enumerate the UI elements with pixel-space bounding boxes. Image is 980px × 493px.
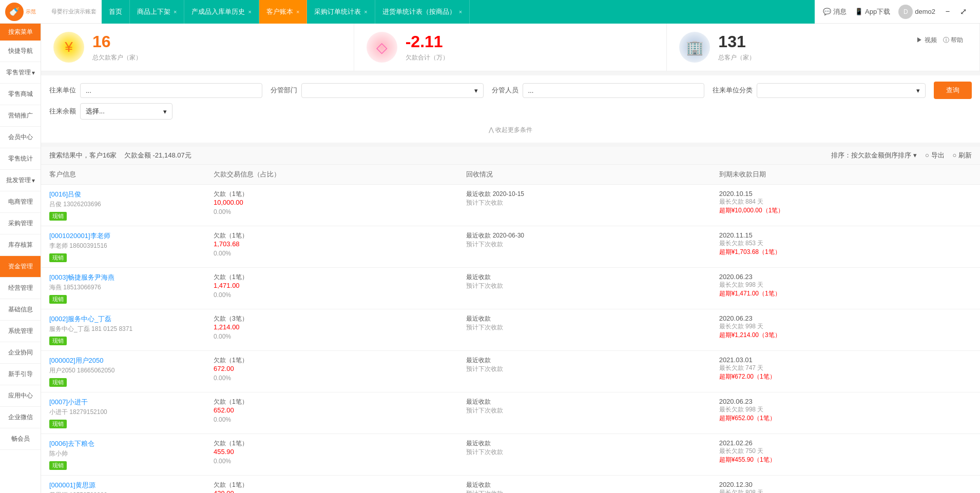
close-icon[interactable]: × xyxy=(364,9,367,15)
max-overdue: 最长欠款 998 天 xyxy=(719,281,972,289)
query-button[interactable]: 查询 xyxy=(934,82,972,99)
help-button[interactable]: ⓘ 帮助 xyxy=(943,36,963,45)
customer-name-link[interactable]: [0016]吕俊 xyxy=(49,190,81,198)
overdue-detail[interactable]: 超期¥1,703.68（1笔） xyxy=(719,248,972,257)
due-date: 2020.11.15 xyxy=(719,231,972,239)
sidebar-wholesale-label: 批发管理 xyxy=(6,176,31,185)
export-button[interactable]: ○ 导出 xyxy=(925,151,944,160)
collapse-icon: ⋀ xyxy=(489,126,494,133)
sidebar-item-quick-nav[interactable]: 快捷导航 xyxy=(0,41,41,62)
debt-info-cell: 欠款（1笔） 429.00 0.00% xyxy=(214,481,466,493)
customer-name-link[interactable]: [000001]黄思源 xyxy=(49,481,95,489)
customer-name-link[interactable]: [0002]服务中心_丁磊 xyxy=(49,315,111,323)
department-select[interactable]: ▾ xyxy=(301,83,484,98)
source-unit-type-select[interactable]: ▾ xyxy=(757,83,926,98)
result-debt-summary: 欠款金额 -21,148.07元 xyxy=(124,151,191,159)
debt-amount-value: -2.11 xyxy=(406,32,449,51)
recovery-cell: 最近收款 预计下次收款 xyxy=(466,314,719,332)
latest-collection: 最近收款 2020-10-15 xyxy=(466,190,719,199)
customer-name-link[interactable]: [0003]畅捷服务尹海燕 xyxy=(49,273,114,281)
overdue-detail[interactable]: 超期¥1,471.00（1笔） xyxy=(719,289,972,298)
overdue-detail[interactable]: 超期¥10,000.00（1笔） xyxy=(719,206,972,215)
result-customers-summary: 搜索结果中，客户16家 xyxy=(49,151,117,159)
debt-amount: 652.00 xyxy=(214,406,466,414)
message-button[interactable]: 💬 消息 xyxy=(823,7,847,16)
overdue-detail[interactable]: 超期¥455.90（1笔） xyxy=(719,456,972,464)
view-video-button[interactable]: ▶ 视频 xyxy=(916,36,936,45)
sidebar-item-finance[interactable]: 资金管理 xyxy=(0,256,41,278)
tab-home[interactable]: 首页 xyxy=(102,0,130,24)
next-collection: 预计下次收款 xyxy=(466,323,719,332)
filter-department-label: 分管部门 xyxy=(271,86,297,95)
minimize-button[interactable]: － xyxy=(944,6,952,17)
app-download-button[interactable]: 📱 App下载 xyxy=(855,7,890,16)
tab-production-history[interactable]: 产成品入库单历史 × xyxy=(184,0,259,24)
overdue-detail[interactable]: 超期¥672.00（1笔） xyxy=(719,372,972,381)
filter-remaining-label: 往来余额 xyxy=(49,107,76,116)
collapse-bar[interactable]: ⋀ 收起更多条件 xyxy=(49,124,972,136)
customer-phone: 小进干 18279152100 xyxy=(49,408,214,417)
sidebar-item-ecommerce[interactable]: 电商管理 xyxy=(0,191,41,213)
table-row: [0003]畅捷服务尹海燕 海燕 18513066976 现销 欠款（1笔） 1… xyxy=(41,268,980,309)
close-icon[interactable]: × xyxy=(174,9,177,15)
sidebar-item-retail-mall[interactable]: 零售商城 xyxy=(0,84,41,105)
tab-product-listing[interactable]: 商品上下架 × xyxy=(130,0,184,24)
sidebar-item-wholesale[interactable]: 批发管理 ▾ xyxy=(0,170,41,191)
table-row: [0007]小进干 小进干 18279152100 现销 欠款（1笔） 652.… xyxy=(41,392,980,434)
maximize-button[interactable]: ⤢ xyxy=(960,7,967,16)
filter-source-unit-type: 往来单位分类 ▾ xyxy=(713,83,926,98)
recovery-cell: 最近收款 2020-10-15 预计下次收款 xyxy=(466,190,719,207)
source-unit-input[interactable]: ... xyxy=(80,83,262,98)
sidebar-item-enterprise-wechat[interactable]: 企业微信 xyxy=(0,407,41,428)
sidebar-item-newbie-guide[interactable]: 新手引导 xyxy=(0,364,41,385)
remaining-select[interactable]: 选择... ▾ xyxy=(80,103,172,120)
help-label: 帮助 xyxy=(951,36,963,44)
username-label: demo2 xyxy=(915,8,935,15)
manager-input[interactable]: ... xyxy=(523,83,705,98)
search-menu-button[interactable]: 搜索菜单 xyxy=(0,24,41,41)
table-row: [0002]服务中心_丁磊 服务中心_丁磊 181 0125 8371 现销 欠… xyxy=(41,309,980,351)
sidebar-item-chang-member[interactable]: 畅会员 xyxy=(0,428,41,450)
sidebar-item-marketing[interactable]: 营销推广 xyxy=(0,105,41,127)
sidebar-item-enterprise-collab[interactable]: 企业协同 xyxy=(0,342,41,364)
refresh-button[interactable]: ○ 刷新 xyxy=(953,151,972,160)
customer-name-link[interactable]: [0006]去下粮仓 xyxy=(49,440,94,447)
debt-count: 欠款（1笔） xyxy=(214,481,466,489)
overdue-detail[interactable]: 超期¥652.00（1笔） xyxy=(719,414,972,423)
sidebar-item-basic-info[interactable]: 基础信息 xyxy=(0,299,41,321)
tab-purchase-stats-by-product[interactable]: 进货单统计表（按商品） × xyxy=(375,0,470,24)
export-label: 导出 xyxy=(931,151,945,159)
sidebar-item-operations[interactable]: 经营管理 xyxy=(0,278,41,299)
due-date: 2020.06.23 xyxy=(719,273,972,281)
customer-name-link[interactable]: [0001020001]李老师 xyxy=(49,232,110,240)
close-icon[interactable]: × xyxy=(296,9,299,15)
result-summary: 搜索结果中，客户16家 欠款金额 -21,148.07元 xyxy=(49,151,191,160)
customer-name-link[interactable]: [0007]小进干 xyxy=(49,398,88,406)
stat-card-total-customers: 🏢 131 总客户（家） ▶ 视频 ⓘ 帮助 xyxy=(667,24,980,71)
result-actions: 排序：按欠款金额倒序排序 ▾ ○ 导出 ○ 刷新 xyxy=(831,151,972,160)
debt-count: 欠款（1笔） xyxy=(214,398,466,406)
sidebar-item-purchase[interactable]: 采购管理 xyxy=(0,213,41,234)
close-icon[interactable]: × xyxy=(459,9,462,15)
app-logo: 🍼 xyxy=(5,3,24,21)
sidebar-item-app-center[interactable]: 应用中心 xyxy=(0,385,41,407)
sidebar-item-system[interactable]: 系统管理 xyxy=(0,321,41,342)
sidebar-item-retail-management[interactable]: 零售管理 ▾ xyxy=(0,62,41,84)
debt-count: 欠款（1笔） xyxy=(214,356,466,365)
debt-count: 欠款（3笔） xyxy=(214,314,466,323)
user-menu[interactable]: D demo2 xyxy=(898,5,935,19)
close-icon[interactable]: × xyxy=(248,9,251,15)
customer-name-link[interactable]: [000002]用户2050 xyxy=(49,357,104,364)
sidebar-item-retail-stats[interactable]: 零售统计 xyxy=(0,148,41,170)
sort-label[interactable]: 排序：按欠款金额倒序排序 ▾ xyxy=(831,151,917,160)
sidebar-item-member-center[interactable]: 会员中心 xyxy=(0,127,41,148)
sidebar-item-inventory[interactable]: 库存核算 xyxy=(0,234,41,256)
customer-info-cell: [0001020001]李老师 李老师 18600391516 现销 xyxy=(49,231,214,262)
overdue-detail[interactable]: 超期¥1,214.00（3笔） xyxy=(719,331,972,340)
customer-tag: 现销 xyxy=(49,420,67,428)
tab-purchase-order-stats[interactable]: 采购订单统计表 × xyxy=(307,0,375,24)
debt-info-cell: 欠款（1笔） 455.90 0.00% xyxy=(214,439,466,465)
recovery-cell: 最近收款 预计下次收款 xyxy=(466,439,719,457)
tab-customer-account[interactable]: 客户账本 × xyxy=(259,0,307,24)
customer-phone: 用户2050 18665062050 xyxy=(49,366,214,375)
